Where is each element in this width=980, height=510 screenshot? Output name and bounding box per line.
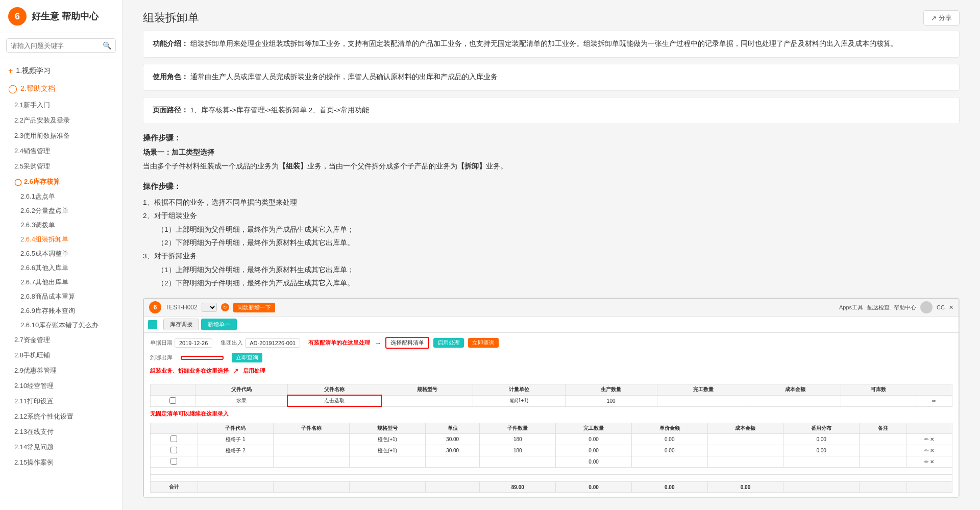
sidebar-item-other-in[interactable]: 2.6.6其他入库单: [0, 261, 122, 275]
sidebar-item-sales[interactable]: 2.4销售管理: [0, 143, 122, 159]
sidebar-item-install[interactable]: 2.2产品安装及登录: [0, 113, 122, 128]
sim-footer-done-total: 0.00: [556, 482, 632, 493]
sim-ltd-ops2[interactable]: ✏ ✕: [906, 445, 952, 456]
sim-dropdown[interactable]: [202, 303, 217, 312]
sim-tab-new[interactable]: 新增单一: [201, 319, 237, 330]
sim-th-ops: [916, 384, 952, 396]
sim-ltd-remarks1: [860, 434, 907, 445]
sidebar-item-cost-recalc[interactable]: 2.6.8商品成本重算: [0, 289, 122, 304]
sim-td-name1-highlighted[interactable]: 点击选取: [287, 395, 381, 406]
sim-bill-input[interactable]: AD-20191226-001: [245, 338, 300, 348]
sidebar-item-assembly[interactable]: 2.6.4组装拆卸单: [0, 232, 122, 247]
sim-ltd-avail3: [783, 456, 860, 468]
share-button[interactable]: ↗ 分享: [923, 10, 960, 26]
sim-ltd-ops3[interactable]: ✏ ✕: [906, 456, 952, 468]
sidebar-item-ops[interactable]: 2.10经营管理: [0, 378, 122, 394]
sidebar-item-personalize[interactable]: 2.12系统个性化设置: [0, 409, 122, 424]
sidebar-item-help-docs[interactable]: ◯ 2.帮助文档: [0, 80, 122, 98]
sim-lower-row-5: [151, 471, 952, 475]
sim-ltd-cost3: [707, 456, 783, 468]
sim-footer-cost-total: 0.00: [707, 482, 783, 493]
sidebar-item-faq[interactable]: 2.14常见问题: [0, 440, 122, 455]
sidebar-item-finance[interactable]: 2.7资金管理: [0, 332, 122, 348]
sim-ltd-ops1[interactable]: ✏ ✕: [906, 434, 952, 445]
sidebar-item-video[interactable]: + 1.视频学习: [0, 62, 122, 80]
sim-ltd-cb2[interactable]: [151, 445, 198, 456]
sidebar-item-print[interactable]: 2.11打印设置: [0, 394, 122, 409]
step-1: 1、根据不同的业务，选择不同单据的类型来处理: [143, 197, 960, 209]
sidebar-item-purchase[interactable]: 2.5采购管理: [0, 159, 122, 174]
sidebar-item-mobile[interactable]: 2.8手机旺铺: [0, 348, 122, 363]
sim-app-logo: 6: [149, 301, 161, 313]
sim-form-row1: 单据日期 2019-12-26 集团出入 AD-20191226-001 有装配…: [150, 337, 952, 349]
sim-annotation1-text: 有装配清单的在这里处理: [308, 339, 370, 347]
search-icon[interactable]: 🔍: [103, 41, 111, 50]
sim-tab-bar: 库存调拨 新增单一: [144, 317, 959, 333]
sidebar-item-newcomer[interactable]: 2.1新手入门: [0, 98, 122, 113]
sim-warehouse-label: 到哪出库: [150, 354, 173, 361]
sim-action-btn[interactable]: 立即查询: [468, 338, 499, 348]
sim-ltd-name3: [274, 456, 350, 468]
sim-ltd-avail1: 0.00: [783, 434, 860, 445]
sidebar-item-cases[interactable]: 2.15操作案例: [0, 455, 122, 470]
logo-area: 6 好生意 帮助中心: [0, 0, 122, 33]
step-list: 1、根据不同的业务，选择不同单据的类型来处理 2、对于组装业务 （1）上部明细为…: [143, 197, 960, 289]
steps-title: 操作步骤：: [143, 182, 960, 191]
sim-new-btn[interactable]: 同款新增一下: [233, 303, 275, 312]
sim-confirm-btn[interactable]: 立即查询: [232, 353, 262, 362]
sim-lth-spec: 规格型号: [350, 423, 426, 434]
sidebar-item-stocktake[interactable]: 2.6.1盘点单: [0, 189, 122, 204]
sim-ltd-unit2: 30.00: [425, 445, 480, 456]
sim-select-bom-btn[interactable]: 选择配料清单: [385, 337, 429, 349]
sim-close-btn[interactable]: ✕: [949, 304, 953, 311]
sidebar-item-data-prep[interactable]: 2.3使用前数据准备: [0, 128, 122, 143]
sim-lth-avail: 番用分布: [783, 423, 860, 434]
sim-enable-btn[interactable]: 启用处理: [433, 338, 464, 348]
sidebar-item-stock-query[interactable]: 2.6.9库存账本查询: [0, 304, 122, 318]
sim-ltd-cb1[interactable]: [151, 434, 198, 445]
sim-ltd-cb3[interactable]: [151, 456, 198, 468]
sim-td-cb1[interactable]: [151, 395, 195, 406]
minus-circle-icon: ◯: [14, 178, 22, 186]
sidebar-item-online-pay[interactable]: 2.13在线支付: [0, 424, 122, 440]
sidebar-item-split-count[interactable]: 2.6.2分量盘点单: [0, 204, 122, 218]
page-title: 组装拆卸单: [143, 10, 199, 26]
sim-th-avail: 可库数: [841, 384, 916, 396]
main-area: 组装拆卸单 ↗ 分享 功能介绍： 组装拆卸单用来处理企业组装或拆卸等加工业务，支…: [122, 0, 980, 510]
sim-empty-row4: [151, 468, 952, 471]
sidebar-item-inventory[interactable]: ◯ 2.6库存核算: [0, 174, 122, 189]
sim-td-action1[interactable]: ✏: [916, 395, 952, 406]
sim-tab-inventory[interactable]: 库存调拨: [163, 319, 199, 330]
sim-lth-child-code: 子件代码: [198, 423, 274, 434]
sim-td-unit1: 箱/(1+1): [473, 395, 565, 406]
sim-ltd-remarks3: [860, 456, 907, 468]
sim-date-input[interactable]: 2019-12-26: [175, 338, 212, 348]
sim-warehouse-input[interactable]: [181, 356, 224, 360]
sim-ltd-price3: [631, 456, 707, 468]
sim-ltd-name2: [274, 445, 350, 456]
sim-lth-cb: [151, 423, 198, 434]
search-area: 🔍: [0, 33, 122, 58]
role-block: 使用角色： 通常由生产人员或库管人员完成拆装业务的操作，库管人员确认原材料的出库…: [143, 64, 960, 91]
sim-th-prod-qty: 生产数量: [565, 384, 657, 396]
sim-footer-avail-total: [783, 482, 860, 493]
sidebar-item-cost-adjust[interactable]: 2.6.5成本调整单: [0, 247, 122, 261]
sidebar-item-account-error[interactable]: 2.6.10库存账本错了怎么办: [0, 318, 122, 332]
sim-lower-row-6: [151, 475, 952, 478]
sim-upper-table-area: 父件代码 父件名称 规格型号 计量单位 生产数量 完工数量 成本金额 可库数: [144, 382, 959, 420]
sidebar-item-adjust[interactable]: 2.6.3调拨单: [0, 218, 122, 232]
search-input[interactable]: [11, 42, 103, 50]
sim-top-right: Apps工具 配达检查 帮助中心 CC ✕: [839, 301, 953, 313]
sim-ltd-avail2: 0.00: [783, 445, 860, 456]
sim-td-code1: 水果: [195, 395, 287, 406]
sim-footer-rem-total: [860, 482, 907, 493]
sidebar-item-voucher[interactable]: 2.9优惠券管理: [0, 363, 122, 378]
screenshot-container: 6 TEST-H002 ↻ 同款新增一下 Apps工具 配达检查 帮助中心 CC: [143, 298, 960, 498]
sim-title-bar: TEST-H002: [165, 304, 198, 311]
search-box[interactable]: 🔍: [6, 38, 116, 53]
sim-footer-c1: [198, 482, 274, 493]
sim-ltd-spec3: [350, 456, 426, 468]
sidebar-item-other-out[interactable]: 2.6.7其他出库单: [0, 275, 122, 289]
sim-lth-cost: 成本金额: [707, 423, 783, 434]
sim-avatar: [920, 301, 933, 313]
